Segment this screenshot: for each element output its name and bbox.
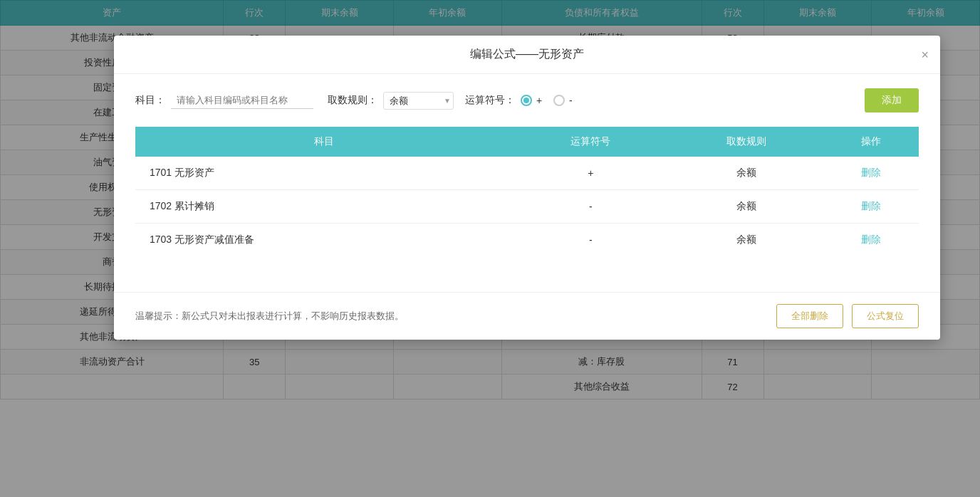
modal-close-button[interactable]: × bbox=[921, 48, 929, 61]
formula-subject: 1702 累计摊销 bbox=[135, 190, 513, 224]
formula-table-row: 1703 无形资产减值准备-余额删除 bbox=[135, 224, 919, 257]
delete-row-button[interactable]: 删除 bbox=[861, 200, 881, 211]
edit-formula-modal: 编辑公式——无形资产 × 科目： 取数规则： 余额 借方 贷方 借方发生额 bbox=[114, 36, 940, 340]
rule-label: 取数规则： bbox=[328, 94, 377, 107]
formula-action: 删除 bbox=[824, 157, 919, 190]
reset-formula-button[interactable]: 公式复位 bbox=[852, 304, 919, 328]
th-subject: 科目 bbox=[135, 127, 513, 157]
formula-subject: 1701 无形资产 bbox=[135, 157, 513, 190]
operator-group: 运算符号： + - bbox=[465, 94, 573, 107]
add-button[interactable]: 添加 bbox=[865, 88, 919, 113]
operator-plus-label: + bbox=[536, 95, 542, 106]
th-action: 操作 bbox=[824, 127, 919, 157]
formula-subject: 1703 无形资产减值准备 bbox=[135, 224, 513, 257]
formula-table-row: 1701 无形资产+余额删除 bbox=[135, 157, 919, 190]
delete-row-button[interactable]: 删除 bbox=[861, 234, 881, 245]
radio-circle-minus bbox=[553, 95, 565, 106]
formula-operator: - bbox=[513, 224, 668, 257]
subject-input[interactable] bbox=[171, 92, 313, 109]
delete-row-button[interactable]: 删除 bbox=[861, 167, 881, 178]
operator-label: 运算符号： bbox=[465, 94, 515, 107]
formula-action: 删除 bbox=[824, 224, 919, 257]
modal-title: 编辑公式——无形资产 bbox=[470, 47, 584, 62]
modal-body: 科目： 取数规则： 余额 借方 贷方 借方发生额 贷方发生额 ▼ bbox=[114, 74, 940, 292]
table-header-row: 科目 运算符号 取数规则 操作 bbox=[135, 127, 919, 157]
modal-header: 编辑公式——无形资产 × bbox=[114, 36, 940, 74]
formula-rule: 余额 bbox=[669, 157, 824, 190]
footer-buttons: 全部删除 公式复位 bbox=[776, 304, 919, 328]
th-rule: 取数规则 bbox=[669, 127, 824, 157]
modal-footer: 温馨提示：新公式只对未出报表进行计算，不影响历史报表数据。 全部删除 公式复位 bbox=[114, 292, 940, 340]
formula-operator: + bbox=[513, 157, 668, 190]
subject-group: 科目： bbox=[135, 92, 313, 109]
formula-operator: - bbox=[513, 190, 668, 224]
formula-table: 科目 运算符号 取数规则 操作 1701 无形资产+余额删除1702 累计摊销-… bbox=[135, 127, 919, 256]
formula-rule: 余额 bbox=[669, 190, 824, 224]
formula-action: 删除 bbox=[824, 190, 919, 224]
rule-select-wrapper: 余额 借方 贷方 借方发生额 贷方发生额 ▼ bbox=[383, 92, 451, 110]
operator-plus-radio[interactable]: + bbox=[521, 95, 542, 106]
operator-minus-radio[interactable]: - bbox=[553, 95, 573, 106]
operator-minus-label: - bbox=[569, 95, 573, 106]
subject-label: 科目： bbox=[135, 94, 165, 107]
th-operator: 运算符号 bbox=[513, 127, 668, 157]
rule-select[interactable]: 余额 借方 贷方 借方发生额 贷方发生额 bbox=[383, 92, 454, 110]
formula-rule: 余额 bbox=[669, 224, 824, 257]
formula-table-row: 1702 累计摊销-余额删除 bbox=[135, 190, 919, 224]
delete-all-button[interactable]: 全部删除 bbox=[776, 304, 843, 328]
formula-form-row: 科目： 取数规则： 余额 借方 贷方 借方发生额 贷方发生额 ▼ bbox=[135, 88, 919, 113]
operator-radio-group: + - bbox=[521, 95, 573, 106]
footer-tip: 温馨提示：新公式只对未出报表进行计算，不影响历史报表数据。 bbox=[135, 310, 404, 323]
rule-group: 取数规则： 余额 借方 贷方 借方发生额 贷方发生额 ▼ bbox=[328, 92, 451, 110]
radio-circle-plus bbox=[521, 95, 532, 106]
